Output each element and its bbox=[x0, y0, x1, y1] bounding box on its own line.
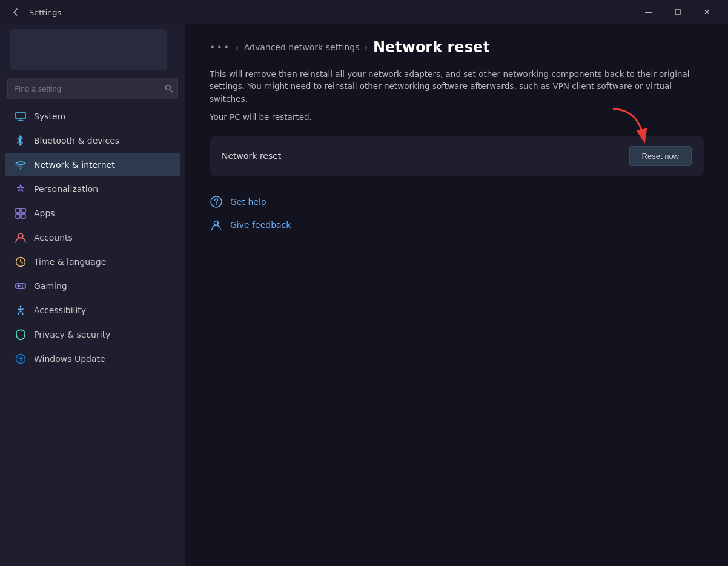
sidebar-item-label: Time & language bbox=[34, 257, 106, 267]
update-icon bbox=[15, 353, 27, 365]
sidebar-item-accounts[interactable]: Accounts bbox=[5, 226, 180, 249]
network-icon bbox=[15, 159, 27, 171]
search-icon bbox=[165, 84, 173, 93]
sidebar-item-label: Personalization bbox=[34, 184, 98, 194]
svg-rect-9 bbox=[21, 214, 25, 218]
accessibility-icon bbox=[15, 304, 27, 316]
sidebar-item-update[interactable]: Windows Update bbox=[5, 347, 180, 370]
sidebar-item-network[interactable]: Network & internet bbox=[5, 153, 180, 176]
content-area: ••• › Advanced network settings › Networ… bbox=[185, 24, 728, 566]
accounts-icon bbox=[15, 231, 27, 244]
give-feedback-label: Give feedback bbox=[230, 220, 291, 230]
apps-icon bbox=[15, 207, 27, 219]
privacy-icon bbox=[15, 328, 27, 341]
maximize-button[interactable]: ☐ bbox=[664, 2, 692, 22]
sidebar-item-label: Windows Update bbox=[34, 354, 105, 364]
svg-rect-8 bbox=[16, 214, 20, 218]
minimize-button[interactable]: — bbox=[635, 2, 663, 22]
svg-point-0 bbox=[166, 85, 171, 90]
svg-point-21 bbox=[216, 204, 217, 205]
svg-rect-6 bbox=[16, 208, 20, 213]
reset-now-button[interactable]: Reset now bbox=[629, 146, 692, 166]
search-input[interactable] bbox=[7, 78, 178, 99]
give-feedback-icon bbox=[210, 218, 223, 231]
sidebar-item-label: Gaming bbox=[34, 281, 67, 291]
get-help-link[interactable]: Get help bbox=[210, 195, 704, 208]
sidebar-item-time[interactable]: Time & language bbox=[5, 250, 180, 273]
get-help-icon bbox=[210, 195, 223, 208]
get-help-label: Get help bbox=[230, 197, 266, 207]
sidebar: System Bluetooth & devices bbox=[0, 24, 185, 566]
sidebar-item-label: Accessibility bbox=[34, 305, 86, 315]
search-box bbox=[7, 78, 178, 99]
help-links: Get help Give feedback bbox=[210, 195, 704, 231]
svg-point-20 bbox=[211, 196, 222, 207]
description-text: This will remove then reinstall all your… bbox=[210, 68, 704, 105]
sidebar-item-label: Bluetooth & devices bbox=[34, 136, 119, 145]
personalization-icon bbox=[15, 183, 27, 195]
close-button[interactable]: ✕ bbox=[693, 2, 721, 22]
give-feedback-link[interactable]: Give feedback bbox=[210, 218, 704, 231]
svg-line-1 bbox=[170, 90, 173, 92]
breadcrumb: ••• › Advanced network settings › Networ… bbox=[210, 39, 704, 56]
reset-card-label: Network reset bbox=[222, 151, 281, 161]
settings-window: Settings — ☐ ✕ bbox=[0, 0, 728, 566]
sidebar-item-label: System bbox=[34, 112, 65, 121]
main-layout: System Bluetooth & devices bbox=[0, 24, 728, 566]
back-button[interactable] bbox=[7, 4, 24, 21]
avatar bbox=[10, 29, 167, 70]
breadcrumb-link[interactable]: Advanced network settings bbox=[244, 42, 360, 52]
svg-point-15 bbox=[22, 285, 23, 287]
title-bar-left: Settings bbox=[7, 4, 635, 21]
sidebar-item-system[interactable]: System bbox=[5, 105, 180, 128]
svg-rect-7 bbox=[21, 208, 25, 213]
sidebar-item-privacy[interactable]: Privacy & security bbox=[5, 323, 180, 346]
breadcrumb-current: Network reset bbox=[373, 39, 490, 56]
sidebar-item-gaming[interactable]: Gaming bbox=[5, 275, 180, 298]
breadcrumb-sep-1: › bbox=[235, 42, 239, 53]
time-icon bbox=[15, 256, 27, 268]
sidebar-item-personalization[interactable]: Personalization bbox=[5, 178, 180, 201]
title-bar: Settings — ☐ ✕ bbox=[0, 0, 728, 24]
system-icon bbox=[15, 110, 27, 122]
sidebar-item-label: Apps bbox=[34, 208, 55, 218]
restart-note: Your PC will be restarted. bbox=[210, 112, 704, 122]
sidebar-item-bluetooth[interactable]: Bluetooth & devices bbox=[5, 129, 180, 152]
reset-card: Network reset Reset now bbox=[210, 136, 704, 176]
sidebar-item-label: Privacy & security bbox=[34, 330, 110, 339]
window-controls: — ☐ ✕ bbox=[635, 2, 721, 22]
sidebar-item-accessibility[interactable]: Accessibility bbox=[5, 299, 180, 322]
sidebar-item-label: Accounts bbox=[34, 233, 73, 242]
svg-rect-2 bbox=[16, 112, 25, 119]
window-title: Settings bbox=[29, 8, 61, 17]
breadcrumb-dots: ••• bbox=[210, 42, 230, 53]
svg-point-16 bbox=[22, 287, 23, 288]
bluetooth-icon bbox=[15, 135, 27, 147]
gaming-icon bbox=[15, 280, 27, 292]
breadcrumb-sep-2: › bbox=[364, 42, 368, 53]
sidebar-item-apps[interactable]: Apps bbox=[5, 202, 180, 225]
sidebar-item-label: Network & internet bbox=[34, 160, 115, 170]
svg-point-17 bbox=[20, 306, 22, 308]
svg-point-5 bbox=[20, 168, 21, 170]
